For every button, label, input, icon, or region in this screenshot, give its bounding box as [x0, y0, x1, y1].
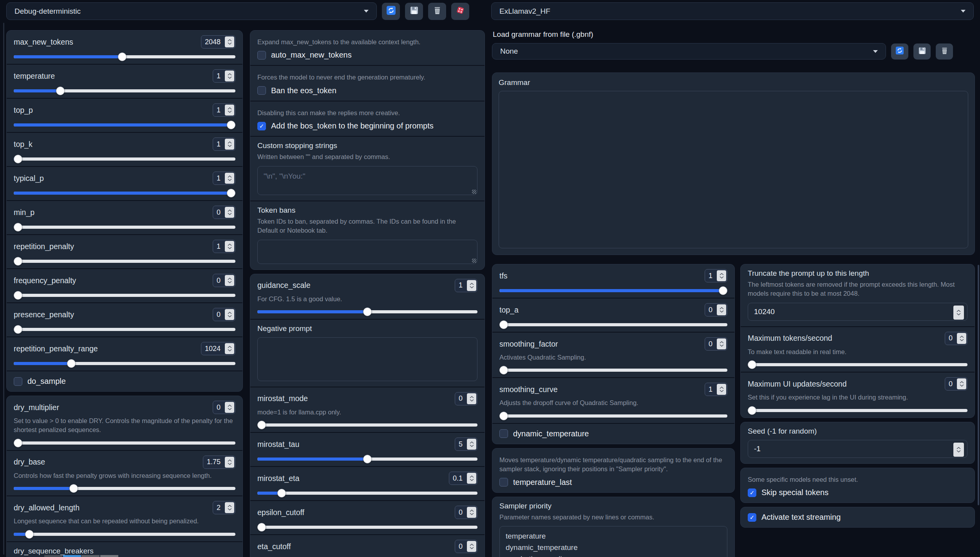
loader-dropdown[interactable]: ExLlamav2_HF	[491, 2, 974, 20]
preset-dropdown[interactable]: Debug-deterministic	[6, 2, 377, 20]
epsilon_cutoff-input[interactable]: 0	[455, 506, 477, 519]
negative-prompt-textarea[interactable]	[257, 337, 477, 381]
stepper-buttons[interactable]	[467, 393, 476, 404]
stepper-buttons[interactable]	[957, 333, 966, 344]
stepper-buttons[interactable]	[225, 402, 234, 413]
mirostat_eta-input[interactable]: 0.1	[449, 472, 477, 485]
delete-preset-button[interactable]	[428, 3, 446, 20]
slider-thumb[interactable]	[14, 155, 22, 163]
grammar-save-button[interactable]	[913, 43, 931, 60]
do_sample-checkbox[interactable]: ✓	[14, 377, 22, 386]
top_k-slider[interactable]	[14, 157, 235, 161]
typical_p-input[interactable]: 1	[213, 172, 235, 185]
mirostat_mode-input[interactable]: 0	[455, 392, 477, 405]
truncate-the-prompt-up-to-this-length-input[interactable]: 10240	[748, 303, 967, 321]
top_p-slider[interactable]	[14, 123, 235, 127]
stepper-buttons[interactable]	[717, 338, 726, 349]
stepper-buttons[interactable]	[225, 139, 234, 150]
refresh-presets-button[interactable]	[382, 3, 400, 20]
temperature-slider[interactable]	[14, 89, 235, 92]
slider-thumb[interactable]	[14, 257, 22, 266]
slider-thumb[interactable]	[257, 421, 266, 429]
top_a-slider[interactable]	[499, 323, 727, 326]
epsilon_cutoff-slider[interactable]	[257, 526, 477, 529]
temperature_last-checkbox[interactable]: ✓	[499, 478, 508, 486]
left-scrollbar[interactable]	[3, 23, 4, 555]
presence_penalty-input[interactable]: 0	[213, 308, 235, 321]
slider-thumb[interactable]	[14, 291, 22, 300]
slider-thumb[interactable]	[748, 360, 756, 369]
stepper-buttons[interactable]	[953, 443, 964, 457]
random-preset-button[interactable]	[451, 3, 469, 20]
stepper-buttons[interactable]	[467, 473, 476, 484]
slider-thumb[interactable]	[499, 412, 508, 420]
stepper-buttons[interactable]	[717, 304, 726, 315]
slider-thumb[interactable]	[499, 366, 508, 374]
stepper-buttons[interactable]	[953, 306, 964, 320]
grammar-delete-button[interactable]	[936, 43, 953, 60]
smoothing_factor-input[interactable]: 0	[705, 337, 727, 351]
stepper-buttons[interactable]	[225, 207, 234, 218]
smoothing_factor-slider[interactable]	[499, 369, 727, 372]
stepper-buttons[interactable]	[467, 541, 476, 552]
stepper-buttons[interactable]	[467, 507, 476, 518]
top_a-input[interactable]: 0	[705, 303, 727, 316]
top_k-input[interactable]: 1	[213, 137, 235, 151]
guidance_scale-input[interactable]: 1	[455, 279, 477, 292]
slider-thumb[interactable]	[257, 523, 266, 532]
slider-thumb[interactable]	[14, 325, 22, 334]
maximum-ui-updates-second-input[interactable]: 0	[945, 377, 967, 391]
grammar-refresh-button[interactable]	[891, 43, 908, 60]
stepper-buttons[interactable]	[225, 309, 234, 320]
tfs-input[interactable]: 1	[705, 269, 727, 282]
presence_penalty-slider[interactable]	[14, 328, 235, 331]
add-the-bos_token-to-the-beginning-of-prompts-checkbox[interactable]: ✓	[257, 122, 266, 130]
slider-thumb[interactable]	[69, 484, 78, 493]
max_new_tokens-input[interactable]: 2048	[201, 35, 235, 49]
repetition_penalty-slider[interactable]	[14, 260, 235, 263]
dynamic_temperature-checkbox[interactable]: ✓	[499, 429, 508, 438]
stepper-buttons[interactable]	[467, 439, 476, 450]
stepper-buttons[interactable]	[717, 270, 726, 281]
top_p-input[interactable]: 1	[213, 103, 235, 117]
stepper-buttons[interactable]	[225, 275, 234, 286]
maximum-ui-updates-second-slider[interactable]	[748, 409, 967, 412]
repetition_penalty_range-slider[interactable]	[14, 362, 235, 365]
custom-stopping-strings-textarea[interactable]: "\n", "\nYou:"	[257, 166, 477, 195]
stepper-buttons[interactable]	[717, 384, 726, 395]
activate-text-streaming-checkbox[interactable]: ✓	[748, 513, 756, 522]
slider-thumb[interactable]	[719, 286, 727, 295]
stepper-buttons[interactable]	[225, 71, 234, 81]
repetition_penalty_range-input[interactable]: 1024	[201, 342, 235, 355]
eta_cutoff-input[interactable]: 0	[455, 540, 477, 553]
slider-thumb[interactable]	[227, 121, 235, 129]
dry_multiplier-input[interactable]: 0	[213, 401, 235, 414]
grammar-file-dropdown[interactable]: None	[492, 43, 886, 60]
stepper-buttons[interactable]	[225, 457, 234, 468]
guidance_scale-slider[interactable]	[257, 310, 477, 313]
stepper-buttons[interactable]	[467, 280, 476, 291]
slider-thumb[interactable]	[14, 439, 22, 447]
stepper-buttons[interactable]	[225, 343, 234, 354]
stepper-buttons[interactable]	[225, 241, 234, 252]
slider-thumb[interactable]	[227, 189, 235, 197]
ban-the-eos_token-checkbox[interactable]: ✓	[257, 86, 266, 95]
max_new_tokens-slider[interactable]	[14, 55, 235, 58]
slider-thumb[interactable]	[67, 359, 76, 368]
typical_p-slider[interactable]	[14, 192, 235, 195]
grammar-textarea[interactable]	[499, 91, 968, 248]
token-bans-textarea[interactable]	[257, 240, 477, 264]
slider-thumb[interactable]	[277, 489, 286, 497]
slider-thumb[interactable]	[363, 455, 372, 463]
mirostat_tau-slider[interactable]	[257, 458, 477, 461]
frequency_penalty-slider[interactable]	[14, 294, 235, 297]
maximum-tokens-second-input[interactable]: 0	[945, 332, 967, 345]
stepper-buttons[interactable]	[225, 36, 234, 47]
mirostat_tau-input[interactable]: 5	[455, 438, 477, 451]
dry_multiplier-slider[interactable]	[14, 441, 235, 445]
dry_allowed_length-slider[interactable]	[14, 533, 235, 536]
mirostat_mode-slider[interactable]	[257, 423, 477, 427]
stepper-buttons[interactable]	[225, 105, 234, 116]
slider-thumb[interactable]	[363, 307, 372, 316]
min_p-input[interactable]: 0	[213, 206, 235, 219]
